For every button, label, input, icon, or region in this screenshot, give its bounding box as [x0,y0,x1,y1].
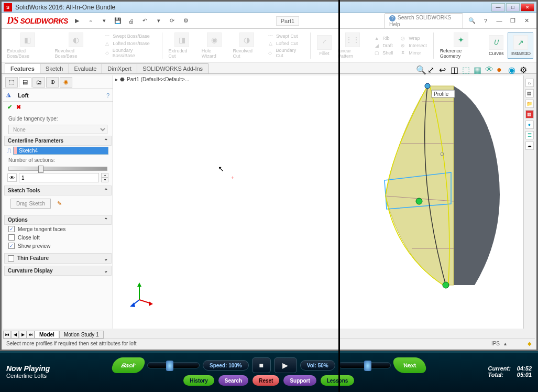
sections-input[interactable] [19,173,99,182]
lessons-button[interactable]: Lessons [321,375,355,386]
search-button[interactable]: Search [218,375,248,386]
merge-tangent-checkbox[interactable]: ✓ [8,226,15,232]
new-icon[interactable]: ▫ [86,16,95,26]
fm-tab-dimxpert[interactable]: ⊕ [46,77,59,88]
pm-help-icon[interactable]: ? [106,92,109,99]
motion-tabs: ⏮ ◀ ▶ ⏭ Model Motion Study 1 [3,329,535,339]
tab-features[interactable]: Features [5,63,40,73]
hide-show-icon[interactable]: 👁 [485,65,493,73]
hole-wizard-button: ◉Hole Wizard [200,31,229,60]
guide-tangency-label: Guide tangency type: [8,116,58,122]
centerline-item[interactable]: Sketch4 [14,147,108,154]
show-preview-checkbox[interactable]: ✓ [8,243,15,249]
tab-evaluate[interactable]: Evaluate [69,63,103,73]
display-style-icon[interactable]: ▦ [474,65,482,73]
rebuild-icon[interactable]: ⟳ [168,16,177,26]
centerline-header[interactable]: Centerline Parameters⌃ [4,136,112,146]
fm-tab-config[interactable]: 🗂 [32,77,45,88]
back-button[interactable]: Back [110,357,147,373]
next-button[interactable]: Next [391,357,428,373]
search-help-input[interactable]: Search SOLIDWORKS Help [385,13,463,29]
pm-cancel-button[interactable]: ✖ [16,104,21,111]
minimize-button[interactable]: — [491,3,505,12]
prev-view-icon[interactable]: ↩ [439,65,447,73]
volume-slider[interactable] [338,362,391,368]
support-button[interactable]: Support [283,375,316,386]
pm-ok-button[interactable]: ✔ [7,104,12,111]
tab-model[interactable]: Model [35,331,59,339]
search-icon[interactable]: 🔍 [467,16,477,26]
instant3d-button[interactable]: ↗Instant3D [508,32,533,59]
scene-icon[interactable]: ◉ [508,65,517,73]
close-loft-checkbox[interactable] [8,234,15,241]
ref-geometry-button[interactable]: ✦Reference Geometry [438,31,485,60]
undo-icon[interactable]: ↶ [140,16,150,26]
min2-icon[interactable]: — [495,16,504,26]
sketch-tools-header[interactable]: Sketch Tools⌃ [4,186,112,195]
tab-addins[interactable]: SOLIDWORKS Add-Ins [137,63,208,73]
curvature-display-header[interactable]: Curvature Display⌄ [4,266,112,276]
sketch-tool-icon[interactable]: ✎ [57,200,62,207]
view-settings-icon[interactable]: ⚙ [520,65,528,73]
tab-motion-study[interactable]: Motion Study 1 [59,331,104,339]
spin-up[interactable]: ▴ [101,173,108,178]
triad-icon [129,281,155,308]
collapse-icon[interactable]: ⌃ [104,138,108,144]
close2-icon[interactable]: ✕ [522,16,531,26]
save-icon[interactable]: 💾 [113,16,123,26]
seek-slider[interactable] [147,362,200,368]
select-icon[interactable]: ▾ [154,16,163,26]
extruded-boss-button: ◧Extruded Boss/Base [5,31,50,60]
section-icon[interactable]: ◫ [451,65,459,73]
spin-down[interactable]: ▾ [101,178,108,182]
tab-next[interactable]: ▶ [19,331,27,339]
sections-slider[interactable] [8,167,107,171]
tab-sketch[interactable]: Sketch [40,63,69,73]
fm-tab-tree[interactable]: ⬚ [5,77,18,88]
tab-last[interactable]: ⏭ [27,331,35,339]
appearance-icon[interactable]: ● [497,65,505,73]
curves-button[interactable]: 𝘜Curves [487,34,506,57]
cut-group: 〰Swept Cut △Lofted Cut ◇Boundary Cut [265,32,306,59]
status-flag-icon[interactable]: ◆ [528,341,532,346]
flyout-tree[interactable]: ▸⬣Part1 (Default<<Default>... [115,77,189,82]
svg-text:Profile: Profile [434,91,449,97]
print-icon[interactable]: 🖨 [127,16,136,26]
volume-label[interactable]: Vol: 50% [300,360,335,371]
document-name[interactable]: Part1 [276,16,299,26]
history-button[interactable]: History [183,375,214,386]
restore-icon[interactable]: ❐ [508,16,518,26]
guide-tangency-select[interactable]: None [8,125,107,134]
tab-prev[interactable]: ◀ [11,331,19,339]
options-icon[interactable]: ⚙ [181,16,191,26]
drag-sketch-button[interactable]: Drag Sketch [10,199,51,209]
reset-button[interactable]: Reset [252,375,279,386]
tab-first[interactable]: ⏮ [3,331,11,339]
zoom-fit-icon[interactable]: 🔍 [416,65,424,73]
num-sections-label: Number of sections: [8,157,55,163]
speed-label[interactable]: Speed: 100% [203,360,249,371]
fm-tab-display[interactable]: ◉ [60,77,72,88]
maximize-button[interactable]: □ [506,3,520,12]
play-button[interactable]: ▶ [274,357,297,373]
fm-tab-pm[interactable]: ▤ [19,77,31,88]
flyout-icon[interactable]: ▶ [72,16,82,26]
preview-eye-icon[interactable]: 👁 [7,173,17,182]
pm-header: ◮ Loft ? [3,89,113,102]
view-orient-icon[interactable]: ⬚ [462,65,470,73]
help-icon[interactable]: ? [481,16,490,26]
feat-group2: ◎Wrap ⊗Intersect ⧗Mirror [397,34,429,57]
open-icon[interactable]: ▾ [100,16,109,26]
thin-feature-header[interactable]: Thin Feature⌄ [4,253,112,264]
extruded-cut-button: ◨Extruded Cut [167,31,197,60]
options-header[interactable]: Options⌃ [4,215,112,225]
close-button[interactable]: ✕ [521,3,534,12]
tab-dimxpert[interactable]: DimXpert [102,63,137,73]
units-label[interactable]: IPS [487,341,504,346]
linear-pattern-button: ⋮⋮Linear Pattern [336,31,369,60]
status-arrow-icon[interactable]: ▴ [504,341,507,346]
stop-button[interactable]: ■ [252,357,271,373]
svg-point-2 [443,282,449,288]
graphics-area[interactable]: ▸⬣Part1 (Default<<Default>... ↖ + [113,75,523,329]
zoom-area-icon[interactable]: ⤢ [427,65,436,73]
